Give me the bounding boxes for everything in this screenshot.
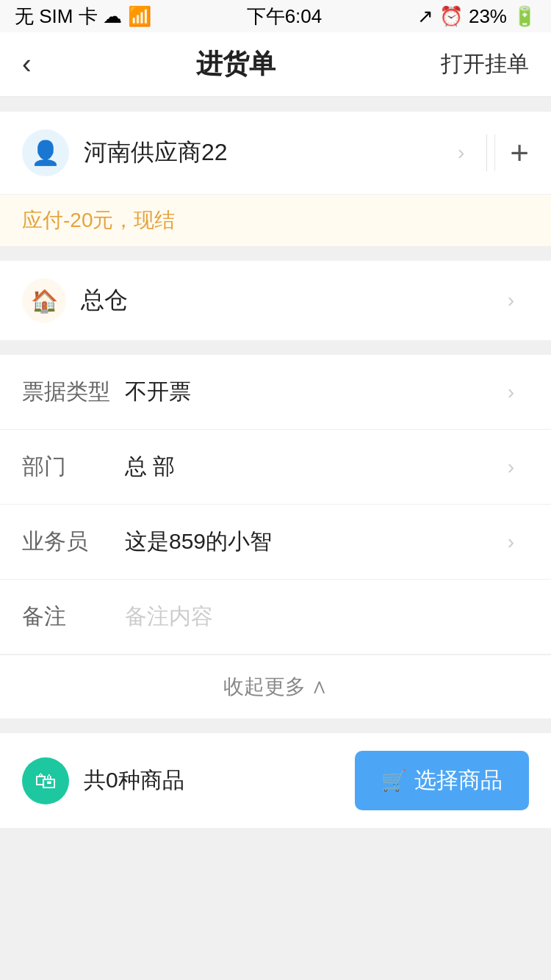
- status-time: 下午6:04: [247, 4, 323, 29]
- warehouse-card: 🏠 总仓 ›: [0, 261, 551, 340]
- remark-input[interactable]: 备注内容: [118, 602, 529, 632]
- status-left: 无 SIM 卡 ☁ 📶: [15, 4, 151, 29]
- department-row[interactable]: 部门 总 部 ›: [0, 430, 551, 505]
- select-icon: 🛒: [381, 768, 407, 793]
- notice-text: 应付-20元，现结: [22, 209, 175, 231]
- house-icon: 🏠: [31, 288, 58, 314]
- alarm-icon: ⏰: [439, 5, 463, 28]
- salesperson-value: 这是859的小智: [118, 527, 508, 557]
- collapse-button[interactable]: 收起更多 ∧: [0, 655, 551, 718]
- department-value: 总 部: [118, 452, 508, 482]
- sim-label: 无 SIM 卡 ☁: [15, 4, 122, 29]
- remark-label: 备注: [22, 602, 118, 632]
- location-icon: ↗: [417, 5, 433, 28]
- avatar: 👤: [22, 129, 69, 176]
- salesperson-label: 业务员: [22, 527, 118, 557]
- chevron-right-icon: ›: [508, 530, 514, 554]
- divider: [486, 134, 487, 171]
- chevron-right-icon: ›: [458, 141, 464, 165]
- cart-icon: 🛍: [35, 768, 57, 793]
- section-gap-2: [0, 246, 551, 261]
- select-product-button[interactable]: 🛒 选择商品: [355, 751, 529, 810]
- person-icon: 👤: [31, 139, 60, 167]
- section-gap-1: [0, 97, 551, 112]
- battery-label: 23%: [469, 5, 507, 28]
- salesperson-row[interactable]: 业务员 这是859的小智 ›: [0, 505, 551, 580]
- status-right: ↗ ⏰ 23% 🔋: [417, 5, 536, 28]
- invoice-type-value: 不开票: [118, 377, 508, 407]
- form-section: 票据类型 不开票 › 部门 总 部 › 业务员 这是859的小智 › 备注 备注…: [0, 355, 551, 718]
- supplier-row[interactable]: 👤 河南供应商22 › +: [0, 112, 551, 195]
- warehouse-icon-container: 🏠: [22, 278, 66, 323]
- collapse-label: 收起更多 ∧: [223, 673, 328, 701]
- chevron-right-icon: ›: [508, 289, 514, 312]
- product-icon-container: 🛍: [22, 757, 69, 804]
- invoice-type-row[interactable]: 票据类型 不开票 ›: [0, 355, 551, 430]
- product-count: 共0种商品: [84, 765, 355, 796]
- invoice-type-label: 票据类型: [22, 377, 118, 407]
- status-bar: 无 SIM 卡 ☁ 📶 下午6:04 ↗ ⏰ 23% 🔋: [0, 0, 551, 32]
- supplier-name: 河南供应商22: [84, 137, 458, 169]
- supplier-card: 👤 河南供应商22 › + 应付-20元，现结: [0, 112, 551, 246]
- department-label: 部门: [22, 452, 118, 482]
- chevron-right-icon: ›: [508, 455, 514, 479]
- page-title: 进货单: [196, 46, 276, 82]
- notice-bar: 应付-20元，现结: [0, 195, 551, 246]
- back-button[interactable]: ‹: [22, 48, 32, 80]
- nav-bar: ‹ 进货单 打开挂单: [0, 32, 551, 97]
- chevron-right-icon: ›: [508, 381, 514, 404]
- warehouse-row[interactable]: 🏠 总仓 ›: [0, 261, 551, 340]
- add-supplier-button[interactable]: +: [494, 134, 529, 171]
- open-pending-button[interactable]: 打开挂单: [441, 49, 529, 79]
- select-btn-label: 选择商品: [414, 765, 503, 796]
- remark-row[interactable]: 备注 备注内容: [0, 580, 551, 655]
- product-section: 🛍 共0种商品 🛒 选择商品: [0, 733, 551, 828]
- warehouse-name: 总仓: [81, 284, 508, 317]
- wifi-icon: 📶: [128, 5, 151, 28]
- battery-icon: 🔋: [513, 5, 536, 28]
